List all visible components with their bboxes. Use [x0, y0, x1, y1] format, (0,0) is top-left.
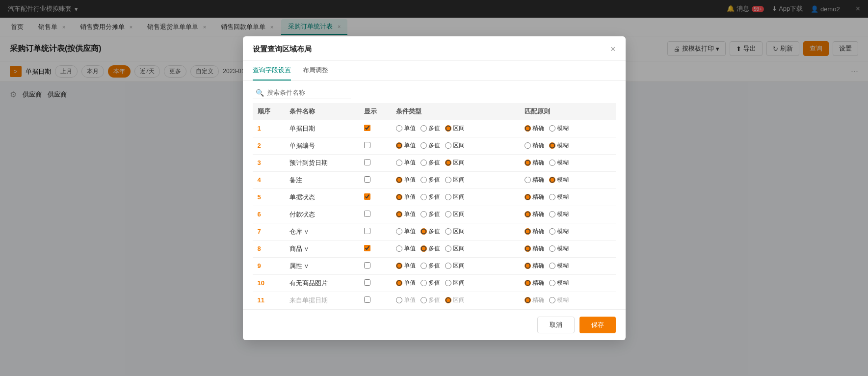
modal-header: 设置查询区域布局 × [243, 36, 626, 61]
conditions-table: 顺序 条件名称 显示 条件类型 匹配原则 1单据日期单值多值区间精确模糊2单据编… [253, 103, 616, 111]
col-type: 条件类型 [391, 103, 519, 111]
col-name: 条件名称 [285, 103, 359, 111]
modal-overlay: 设置查询区域布局 × 查询字段设置 布局调整 🔍 顺序 条件名称 显示 [0, 0, 868, 111]
modal-search-area: 🔍 [243, 81, 626, 103]
col-match: 匹配原则 [520, 103, 616, 111]
search-input[interactable] [267, 89, 345, 96]
col-display: 显示 [359, 103, 391, 111]
col-order: 顺序 [253, 103, 285, 111]
settings-modal: 设置查询区域布局 × 查询字段设置 布局调整 🔍 顺序 条件名称 显示 [243, 36, 626, 111]
modal-tabs: 查询字段设置 布局调整 [243, 61, 626, 81]
modal-close-button[interactable]: × [610, 44, 616, 54]
tab-query-fields[interactable]: 查询字段设置 [253, 61, 291, 81]
modal-table-wrap: 顺序 条件名称 显示 条件类型 匹配原则 1单据日期单值多值区间精确模糊2单据编… [243, 103, 626, 111]
search-box: 🔍 [253, 87, 351, 99]
search-icon: 🔍 [256, 89, 264, 97]
tab-layout-adjust[interactable]: 布局调整 [303, 61, 328, 81]
modal-title: 设置查询区域布局 [253, 45, 312, 54]
